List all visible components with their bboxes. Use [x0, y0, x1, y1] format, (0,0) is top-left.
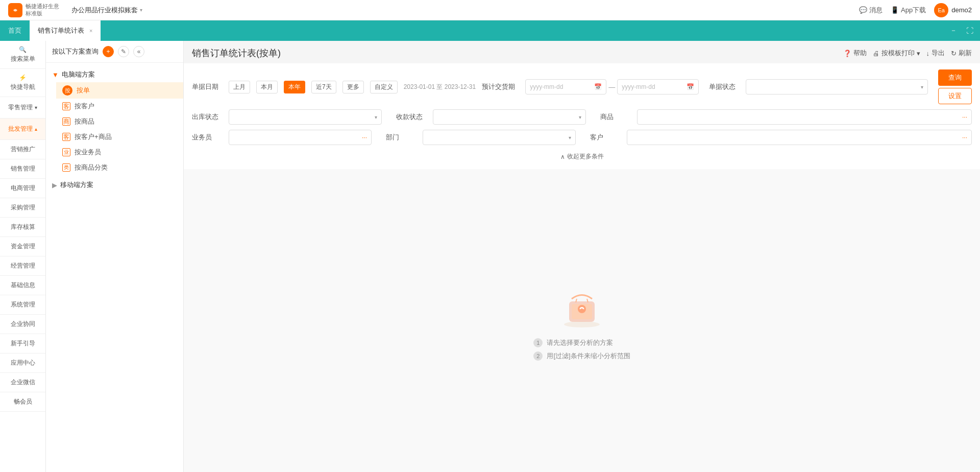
sidebar-item-marketing[interactable]: 营销推广 — [0, 140, 45, 159]
desktop-scheme-parent[interactable]: ▼ 电脑端方案 — [46, 67, 183, 82]
date-btn-more[interactable]: 更多 — [342, 81, 364, 93]
salesperson-input[interactable]: ··· — [229, 130, 372, 145]
desktop-scheme-children: 按 按单 客 按客户 商 按商品 客 按客户+商 — [46, 82, 183, 175]
expand-icon: ▼ — [52, 71, 59, 79]
svg-point-4 — [578, 305, 586, 313]
out-status-select[interactable]: ▾ — [229, 109, 382, 125]
sidebar-item-quicknav[interactable]: ⚡ 快捷导航 — [0, 69, 45, 97]
minimize-btn[interactable]: － — [947, 25, 960, 37]
export-icon: ↓ — [926, 50, 930, 57]
sidebar-item-wechat[interactable]: 企业微信 — [0, 373, 45, 392]
payment-status-select[interactable]: ▾ — [433, 109, 586, 125]
logo-icon — [8, 3, 22, 17]
sidebar-item-retail[interactable]: 零售管理 ▾ — [0, 97, 45, 119]
scheme-by-category[interactable]: 类 按商品分类 — [56, 160, 183, 175]
date-btn-7days[interactable]: 近7天 — [311, 81, 336, 93]
empty-illustration — [556, 281, 607, 332]
sidebar-item-system[interactable]: 系统管理 — [0, 295, 45, 315]
help-icon: ❓ — [843, 50, 851, 57]
mobile-scheme-parent[interactable]: ▶ 移动端方案 — [46, 177, 183, 193]
help-btn[interactable]: ❓ 帮助 — [843, 49, 867, 58]
expand-icon-mobile: ▶ — [52, 181, 57, 189]
double-arrow-icon: « — [137, 48, 141, 55]
avatar: Ea — [934, 3, 948, 17]
collapse-button[interactable]: ∧ 收起更多条件 — [560, 152, 604, 161]
phone-icon: 📱 — [891, 6, 899, 14]
sidebar-item-basic-info[interactable]: 基础信息 — [0, 276, 45, 295]
customer-input[interactable]: ··· — [627, 130, 972, 145]
expected-date-end[interactable]: yyyy-mm-dd 📅 — [617, 79, 698, 95]
person-icon: 客 — [62, 102, 70, 110]
scheme-by-goods[interactable]: 商 按商品 — [56, 114, 183, 129]
maximize-btn[interactable]: ⛶ — [964, 25, 976, 37]
department-select[interactable]: ▾ — [423, 130, 576, 145]
left-panel-header: 按以下方案查询 + ✎ « — [46, 41, 183, 63]
set-button[interactable]: 设置 — [938, 88, 972, 104]
left-panel: 按以下方案查询 + ✎ « ▼ 电脑端方案 — [46, 41, 184, 472]
edit-scheme-btn[interactable]: ✎ — [118, 46, 129, 57]
date-btn-last-month[interactable]: 上月 — [229, 81, 250, 93]
content-area: 按以下方案查询 + ✎ « ▼ 电脑端方案 — [46, 41, 980, 472]
sidebar-item-search[interactable]: 🔍 搜索菜单 — [0, 41, 45, 69]
sidebar-item-inventory[interactable]: 库存核算 — [0, 218, 45, 237]
sidebar-item-ecommerce[interactable]: 电商管理 — [0, 179, 45, 198]
tab-home[interactable]: 首页 — [0, 20, 30, 41]
app-download-btn[interactable]: 📱 App下载 — [891, 6, 926, 15]
sidebar-item-purchase[interactable]: 采购管理 — [0, 198, 45, 218]
tab-bar: 首页 销售订单统计表 × － ⛶ — [0, 20, 980, 41]
filter-row-1: 单据日期 上月 本月 本年 近7天 更多 自定义 2023-01-01 至 20… — [192, 69, 972, 104]
breadcrumb-arrow-icon: ▾ — [140, 7, 142, 13]
main-layout: 🔍 搜索菜单 ⚡ 快捷导航 零售管理 ▾ 批发管理 ▴ 营销推广 销售管理 电商… — [0, 41, 980, 472]
circle-icon: 按 — [62, 85, 72, 96]
query-button[interactable]: 查询 — [938, 69, 972, 86]
sidebar-item-collab[interactable]: 企业协同 — [0, 315, 45, 334]
sidebar-item-wholesale[interactable]: 批发管理 ▴ — [0, 119, 45, 140]
scheme-by-customer[interactable]: 客 按客户 — [56, 99, 183, 114]
print-chevron-icon: ▾ — [917, 50, 920, 57]
add-scheme-btn[interactable]: + — [103, 46, 114, 57]
refresh-icon: ↻ — [951, 50, 957, 57]
template-print-btn[interactable]: 🖨 按模板打印 ▾ — [873, 49, 920, 58]
customer-dots: ··· — [962, 134, 967, 141]
expected-date-start[interactable]: yyyy-mm-dd 📅 — [525, 79, 606, 95]
svg-point-1 — [564, 321, 600, 327]
expected-date-range: yyyy-mm-dd 📅 — yyyy-mm-dd 📅 — [525, 79, 698, 95]
page-actions: ❓ 帮助 🖨 按模板打印 ▾ ↓ 导出 ↻ 刷新 — [843, 49, 972, 58]
user-menu[interactable]: Ea demo2 — [934, 3, 972, 17]
empty-tip-1: 1 请先选择要分析的方案 — [533, 338, 630, 347]
payment-chevron-icon: ▾ — [579, 114, 581, 120]
message-btn[interactable]: 💬 消息 — [859, 6, 883, 15]
scheme-by-salesperson[interactable]: 业 按业务员 — [56, 145, 183, 160]
chevron-down-icon: ▾ — [35, 105, 37, 110]
sidebar-item-tutorial[interactable]: 新手引导 — [0, 334, 45, 353]
right-panel: 销售订单统计表(按单) ❓ 帮助 🖨 按模板打印 ▾ ↓ 导出 — [184, 41, 980, 472]
status-select[interactable]: ▾ — [746, 79, 928, 95]
goods-input[interactable]: ··· — [637, 109, 972, 125]
tip-number-1: 1 — [533, 338, 543, 347]
panel-title: 按以下方案查询 — [52, 47, 99, 56]
filter-row-3: 业务员 ··· 部门 ▾ 客户 ··· — [192, 130, 972, 145]
header-right: 💬 消息 📱 App下载 Ea demo2 — [859, 3, 972, 17]
tab-sales-stats[interactable]: 销售订单统计表 × — [30, 20, 101, 41]
refresh-btn[interactable]: ↻ 刷新 — [951, 49, 972, 58]
sidebar-item-sales[interactable]: 销售管理 — [0, 159, 45, 179]
logo-text: 畅捷通好生意 标准版 — [26, 3, 59, 16]
sidebar-item-member[interactable]: 畅会员 — [0, 392, 45, 412]
date-btn-this-year[interactable]: 本年 — [284, 81, 305, 93]
scheme-by-order[interactable]: 按 按单 — [56, 82, 183, 99]
sidebar-item-operations[interactable]: 经营管理 — [0, 256, 45, 276]
empty-tip-2: 2 用[过滤]条件来缩小分析范围 — [533, 351, 630, 361]
collapse-panel-btn[interactable]: « — [133, 46, 144, 57]
sidebar-item-finance[interactable]: 资金管理 — [0, 237, 45, 256]
date-btn-custom[interactable]: 自定义 — [370, 81, 398, 93]
customer-label: 客户 — [590, 133, 621, 142]
edit-icon: ✎ — [121, 48, 126, 55]
date-btn-this-month[interactable]: 本月 — [256, 81, 278, 93]
chart-icon: 业 — [62, 148, 70, 156]
salesperson-dots: ··· — [362, 134, 367, 141]
export-btn[interactable]: ↓ 导出 — [926, 49, 945, 58]
tab-close-icon[interactable]: × — [89, 28, 92, 34]
calendar-start-icon: 📅 — [594, 83, 602, 90]
scheme-by-customer-goods[interactable]: 客 按客户+商品 — [56, 129, 183, 145]
sidebar-item-appcenter[interactable]: 应用中心 — [0, 353, 45, 373]
